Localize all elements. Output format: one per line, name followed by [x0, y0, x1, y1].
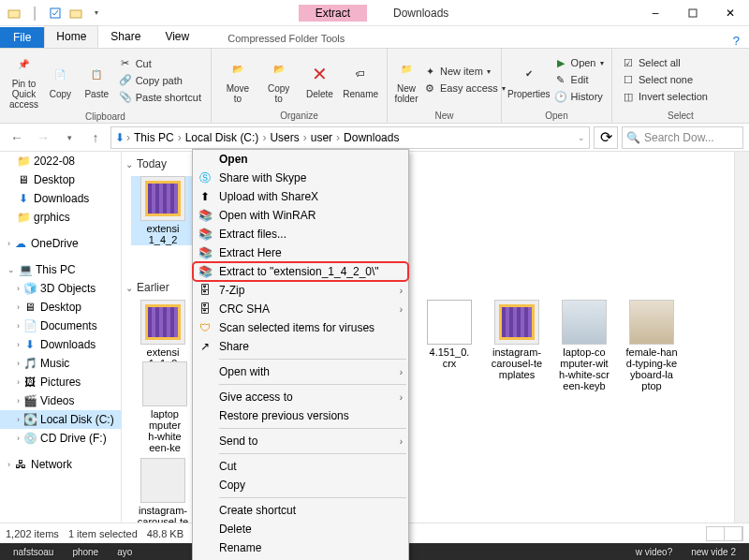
delete-button[interactable]: ✕Delete	[300, 61, 341, 99]
pin-quick-access-button[interactable]: 📌Pin to Quick access	[6, 51, 42, 110]
file-item[interactable]: extensi 1_4_2	[131, 176, 195, 245]
ctx-give-access[interactable]: Give access to›	[193, 388, 408, 406]
sidebar-item-network[interactable]: ›🖧Network	[0, 455, 121, 474]
paste-shortcut-button[interactable]: 📎Paste shortcut	[115, 90, 205, 105]
sidebar-item[interactable]: 🖥Desktop	[0, 170, 121, 189]
sidebar-item[interactable]: ›🖥Desktop	[0, 298, 121, 317]
copy-path-button[interactable]: 🔗Copy path	[115, 73, 205, 88]
ctx-cut[interactable]: Cut	[193, 457, 408, 476]
ctx-open[interactable]: Open	[193, 150, 408, 169]
crumb[interactable]: Local Disk (C:)	[184, 131, 261, 144]
file-item[interactable]: extensi 1_1_0	[131, 300, 195, 369]
file-item[interactable]: laptop-co mputer-wit h-white-scr een-key…	[552, 300, 616, 391]
ctx-winrar-open[interactable]: 📚Open with WinRAR	[193, 206, 408, 225]
sidebar-item[interactable]: ›🎬Videos	[0, 391, 121, 410]
sidebar-item-thispc[interactable]: ⌄💻This PC	[0, 260, 121, 279]
back-button[interactable]: ←	[6, 126, 28, 149]
ctx-extract-files[interactable]: 📚Extract files...	[193, 225, 408, 243]
view-mode-toggle[interactable]	[706, 526, 743, 541]
sidebar-item[interactable]: ›🎵Music	[0, 354, 121, 373]
up-button[interactable]: ↑	[84, 126, 107, 149]
paste-button[interactable]: 📋Paste	[79, 61, 115, 99]
crumb[interactable]: Downloads	[342, 131, 401, 144]
ctx-send-to[interactable]: Send to›	[193, 432, 408, 450]
invert-selection-button[interactable]: ◫Invert selection	[618, 89, 712, 104]
breadcrumb-bar[interactable]: ⬇ › This PC› Local Disk (C:)› Users› use…	[110, 126, 590, 149]
copy-icon: 📄	[47, 61, 73, 87]
crumb[interactable]: Users	[268, 131, 301, 144]
copy-to-button[interactable]: 📂Copy to	[258, 55, 300, 104]
minimize-button[interactable]: –	[637, 0, 674, 26]
file-item[interactable]: laptop mputer h-white een-ke	[133, 361, 197, 453]
search-input[interactable]: 🔍Search Dow...	[622, 126, 743, 149]
ctx-shortcut[interactable]: Create shortcut	[193, 501, 408, 520]
share-tab[interactable]: Share	[98, 25, 153, 48]
select-none-button[interactable]: ☐Select none	[618, 72, 712, 87]
easy-access-button[interactable]: ⚙Easy access▾	[419, 81, 509, 96]
sidebar-item-local-disk[interactable]: ›💽Local Disk (C:)	[0, 410, 121, 429]
file-item[interactable]: instagram- carousel-te mplates	[131, 458, 195, 523]
ctx-sharex[interactable]: ⬆Upload with ShareX	[193, 187, 408, 206]
copy-to-icon: 📂	[266, 55, 292, 81]
ctx-extract-to[interactable]: 📚Extract to "extension_1_4_2_0\"	[193, 262, 408, 281]
sidebar-item-onedrive[interactable]: ›☁OneDrive	[0, 234, 121, 253]
help-icon[interactable]: ?	[733, 34, 740, 48]
history-button[interactable]: 🕑History	[551, 89, 608, 104]
file-item[interactable]: instagram- carousel-te mplates	[485, 300, 549, 380]
navigation-pane[interactable]: 📁2022-08 🖥Desktop ⬇Downloads 📁grphics ›☁…	[0, 152, 122, 523]
ctx-crc[interactable]: 🗄CRC SHA›	[193, 300, 408, 318]
sidebar-item[interactable]: ›⬇Downloads	[0, 335, 121, 354]
qat-dropdown-icon[interactable]: ▾	[88, 5, 105, 22]
sidebar-item[interactable]: ›🖼Pictures	[0, 373, 121, 391]
ctx-restore[interactable]: Restore previous versions	[193, 406, 408, 425]
refresh-button[interactable]: ⟳	[594, 126, 618, 149]
home-tab[interactable]: Home	[44, 25, 98, 48]
select-all-icon: ☑	[622, 56, 635, 69]
move-to-button[interactable]: 📂Move to	[217, 55, 258, 104]
vertical-scrollbar[interactable]	[734, 152, 749, 523]
new-folder-button[interactable]: 📁New folder	[393, 55, 419, 104]
new-item-button[interactable]: ✦New item▾	[419, 64, 509, 79]
ctx-skype[interactable]: ⓈShare with Skype	[193, 169, 408, 187]
select-all-button[interactable]: ☑Select all	[618, 55, 712, 70]
context-tool-label[interactable]: Compressed Folder Tools	[220, 29, 352, 48]
ribbon-group-organize: Organize	[212, 111, 387, 123]
qat-folder-icon[interactable]	[67, 5, 84, 22]
cut-button[interactable]: ✂Cut	[115, 56, 205, 71]
open-button[interactable]: ▶Open▾	[551, 55, 608, 70]
file-item[interactable]: 4.151_0. crx	[418, 300, 481, 369]
chevron-down-icon: ⌄	[125, 283, 133, 293]
properties-button[interactable]: ✔Properties	[507, 61, 551, 99]
taskbar-chip: nafstsoau	[13, 547, 53, 557]
sidebar-item[interactable]: 📁grphics	[0, 208, 121, 227]
close-button[interactable]: ✕	[712, 0, 749, 26]
rename-button[interactable]: 🏷Rename	[340, 61, 381, 99]
file-item[interactable]: female-han d-typing-ke yboard-la ptop	[620, 300, 683, 391]
ctx-scan[interactable]: 🛡Scan selected items for viruses	[193, 318, 408, 337]
edit-button[interactable]: ✎Edit	[551, 72, 608, 87]
sidebar-item[interactable]: 📁2022-08	[0, 152, 121, 170]
sidebar-item[interactable]: ›📄Documents	[0, 317, 121, 335]
ctx-open-with[interactable]: Open with›	[193, 362, 408, 381]
copy-button[interactable]: 📄Copy	[42, 61, 79, 99]
crumb[interactable]: user	[309, 131, 334, 144]
ctx-share[interactable]: ↗Share	[193, 337, 408, 356]
file-tab[interactable]: File	[0, 27, 44, 48]
sidebar-item[interactable]: ›🧊3D Objects	[0, 279, 121, 298]
ctx-copy[interactable]: Copy	[193, 476, 408, 494]
ctx-extract-here[interactable]: 📚Extract Here	[193, 243, 408, 262]
recent-dropdown-icon[interactable]: ▾	[58, 126, 81, 149]
chevron-down-icon: ⌄	[125, 159, 133, 169]
contextual-tab-extract[interactable]: Extract	[299, 5, 367, 22]
ctx-7zip[interactable]: 🗄7-Zip›	[193, 281, 408, 300]
folder-icon	[142, 361, 187, 406]
view-tab[interactable]: View	[153, 25, 201, 48]
maximize-button[interactable]	[674, 0, 712, 26]
sidebar-item[interactable]: ⬇Downloads	[0, 189, 121, 208]
sidebar-item[interactable]: ›💿CD Drive (F:)	[0, 429, 121, 448]
crumb[interactable]: This PC	[132, 131, 176, 144]
forward-button[interactable]: →	[32, 126, 54, 149]
ctx-delete[interactable]: Delete	[193, 520, 408, 538]
qat-checkbox-icon[interactable]	[47, 5, 64, 22]
ctx-rename[interactable]: Rename	[193, 538, 408, 557]
